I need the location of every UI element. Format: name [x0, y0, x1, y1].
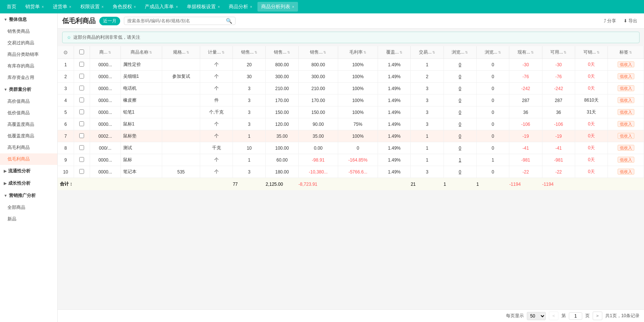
- row-view1[interactable]: 0: [443, 166, 476, 178]
- row-view2: 0: [477, 95, 509, 106]
- row-checkbox[interactable]: [74, 59, 90, 71]
- nav-item-首页[interactable]: 首页: [3, 2, 20, 12]
- row-view1[interactable]: 0: [443, 118, 476, 130]
- row-sales-qty: 3: [233, 106, 266, 118]
- row-view2: 0: [477, 59, 509, 71]
- sidebar-item-交易过的商品[interactable]: 交易过的商品: [0, 37, 57, 49]
- sidebar-item-新品[interactable]: 新品: [0, 213, 57, 225]
- sidebar-group-营销推广分析[interactable]: ▼营销推广分析: [0, 189, 57, 202]
- nav-close-icon[interactable]: ×: [218, 5, 220, 9]
- nav-item-商品分析列表[interactable]: 商品分析列表×: [257, 2, 298, 12]
- row-code: 0000...: [90, 106, 121, 118]
- row-sales-profit: 210.00: [298, 83, 338, 95]
- page-size-select[interactable]: 50 100: [527, 312, 546, 320]
- sidebar-item-销售类商品[interactable]: 销售类商品: [0, 26, 57, 37]
- row-checkbox[interactable]: [74, 71, 90, 83]
- sidebar-item-高毛利商品[interactable]: 高毛利商品: [0, 142, 57, 153]
- nav-close-icon[interactable]: ×: [102, 5, 104, 9]
- row-name: 测试: [121, 142, 162, 154]
- row-current-stock: -41: [509, 142, 542, 154]
- col-header-checkbox[interactable]: [74, 46, 90, 59]
- row-view1[interactable]: 0: [443, 59, 476, 71]
- sort-icon: ⇅: [149, 51, 152, 54]
- nav-item-单据模板设置[interactable]: 单据模板设置×: [183, 2, 224, 12]
- sidebar-item-高价值商品[interactable]: 高价值商品: [0, 96, 57, 107]
- nav-close-icon[interactable]: ×: [250, 5, 252, 9]
- footer-view1: 1: [443, 178, 476, 191]
- nav-item-进货单[interactable]: 进货单×: [49, 2, 75, 12]
- sidebar-item-低覆盖度商品[interactable]: 低覆盖度商品: [0, 130, 57, 142]
- period-button[interactable]: 近一月: [99, 17, 120, 25]
- select-all-checkbox[interactable]: [79, 50, 84, 54]
- row-checkbox[interactable]: [74, 130, 90, 142]
- sidebar-item-低价值商品[interactable]: 低价值商品: [0, 107, 57, 119]
- sidebar-item-全部商品[interactable]: 全部商品: [0, 202, 57, 213]
- row-view1[interactable]: 0: [443, 95, 476, 106]
- share-button[interactable]: ⤴ 分享: [602, 17, 618, 25]
- col-header-current_stock: 现有...⇅: [509, 46, 542, 59]
- row-checkbox[interactable]: [74, 142, 90, 154]
- page-input[interactable]: [569, 312, 582, 320]
- next-page-button[interactable]: ＞: [593, 312, 602, 320]
- row-sales-qty: 1: [233, 154, 266, 166]
- export-button[interactable]: ⬇ 导出: [621, 17, 640, 25]
- settings-icon[interactable]: ⚙: [63, 50, 68, 55]
- sidebar-item-商品分类助销率[interactable]: 商品分类助销率: [0, 49, 57, 60]
- nav-item-产成品入库单[interactable]: 产成品入库单×: [141, 2, 182, 12]
- sidebar-item-有库存的商品[interactable]: 有库存的商品: [0, 60, 57, 72]
- row-gross-rate: 75%: [338, 118, 378, 130]
- sidebar-group-类群童分析[interactable]: ▼类群童分析: [0, 83, 57, 96]
- row-available: -76: [542, 71, 575, 83]
- search-input[interactable]: [127, 18, 226, 23]
- nav-item-权限设置[interactable]: 权限设置×: [77, 2, 108, 12]
- row-view1[interactable]: 0: [443, 130, 476, 142]
- sidebar-item-库存资金占用[interactable]: 库存资金占用: [0, 72, 57, 83]
- row-view1[interactable]: 1: [443, 154, 476, 166]
- footer-available: -1194: [542, 178, 575, 191]
- nav-item-商品分析[interactable]: 商品分析×: [225, 2, 256, 12]
- row-checkbox[interactable]: [74, 118, 90, 130]
- row-view1[interactable]: 0: [443, 83, 476, 95]
- sidebar-group-整体信息[interactable]: ▼整体信息: [0, 13, 57, 26]
- sidebar-group-成长性分析[interactable]: ▶成长性分析: [0, 177, 57, 189]
- sidebar-item-低毛利商品[interactable]: 低毛利商品: [0, 153, 57, 165]
- row-sales-profit: 300.00: [298, 71, 338, 83]
- row-view2: 0: [477, 118, 509, 130]
- footer-transaction: 21: [411, 178, 443, 191]
- row-transaction: 1: [411, 59, 443, 71]
- col-header-name: 商品名称⇅: [121, 46, 162, 59]
- chevron-icon: ▶: [4, 169, 7, 173]
- nav-close-icon[interactable]: ×: [134, 5, 136, 9]
- row-view1[interactable]: 0: [443, 71, 476, 83]
- sidebar-item-高覆盖度商品[interactable]: 高覆盖度商品: [0, 119, 57, 130]
- prev-page-button[interactable]: ＜: [549, 312, 558, 320]
- table-row: 5 0000... 铅笔1 个,千克 3 150.00 150.00 100% …: [58, 106, 644, 118]
- col-header-settings[interactable]: ⚙: [58, 46, 74, 59]
- sort-icon: ⇅: [108, 51, 111, 54]
- row-checkbox[interactable]: [74, 154, 90, 166]
- row-transaction: 3: [411, 83, 443, 95]
- row-available: -30: [542, 59, 575, 71]
- nav-item-销货单[interactable]: 销货单×: [22, 2, 48, 12]
- row-code: 0000...: [90, 95, 121, 106]
- col-header-view1: 浏览...⇅: [443, 46, 476, 59]
- row-checkbox[interactable]: [74, 106, 90, 118]
- row-coverage: 1.49%: [378, 166, 411, 178]
- row-sales-profit: 0.00: [298, 142, 338, 154]
- nav-close-icon[interactable]: ×: [292, 5, 294, 9]
- footer-sales-profit: -8,723.91: [298, 178, 338, 191]
- row-checkbox[interactable]: [74, 95, 90, 106]
- main-content: 低毛利商品 近一月 🔍 ⤴ 分享 ⬇ 导出 ☆ 这部分商品的利润非常低，请关注: [58, 13, 644, 322]
- sidebar-group-流通性分析[interactable]: ▶流通性分析: [0, 165, 57, 177]
- page-title: 低毛利商品: [62, 16, 96, 25]
- row-checkbox[interactable]: [74, 166, 90, 178]
- row-unit: 个: [200, 71, 233, 83]
- nav-close-icon[interactable]: ×: [176, 5, 178, 9]
- nav-item-角色授权[interactable]: 角色授权×: [109, 2, 140, 12]
- row-view1[interactable]: 0: [443, 106, 476, 118]
- row-view1[interactable]: 0: [443, 142, 476, 154]
- nav-close-icon[interactable]: ×: [42, 5, 44, 9]
- nav-close-icon[interactable]: ×: [69, 5, 71, 9]
- export-label: 导出: [628, 18, 637, 24]
- row-checkbox[interactable]: [74, 83, 90, 95]
